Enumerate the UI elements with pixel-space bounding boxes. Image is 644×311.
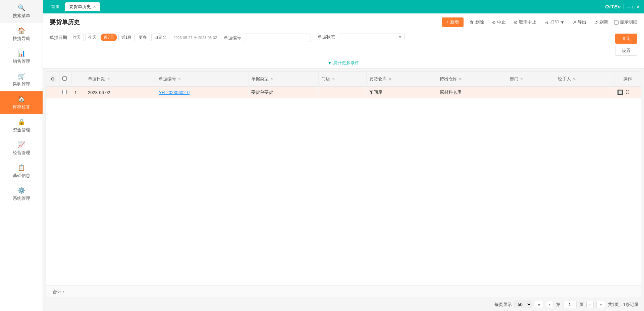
page-input[interactable]: [563, 301, 577, 308]
row-more-icon[interactable]: ⠿: [626, 89, 629, 95]
row-checkbox[interactable]: [62, 90, 67, 94]
table-body: 1 2023-06-02 YH-20230602-0 要货单要货 车间库 原材料…: [46, 87, 641, 98]
refresh-button[interactable]: ↺ 刷新: [592, 18, 610, 27]
sidebar-item-system-mgmt[interactable]: ⚙️ 系统管理: [0, 183, 43, 206]
page-title: 要货单历史: [50, 18, 80, 26]
status-filter-group: 单据状态 ▼: [318, 34, 405, 40]
query-button[interactable]: 查询: [615, 34, 637, 44]
show-detail-checkbox-label[interactable]: 显示明细: [614, 19, 637, 25]
first-page-button[interactable]: «: [535, 301, 543, 308]
expand-row: ▼ 展开更多条件: [50, 58, 637, 68]
export-button[interactable]: ↗ 导出: [571, 18, 588, 27]
per-page-label: 每页显示: [494, 302, 512, 308]
footer-total: 合计：: [46, 286, 641, 298]
th-date[interactable]: 单据日期 ⇅: [85, 72, 156, 87]
row-view-icon[interactable]: 🔲: [617, 89, 624, 95]
th-settings[interactable]: ⚙: [46, 72, 60, 87]
expand-more-icon: ▼: [328, 60, 332, 65]
sidebar-item-quick-nav[interactable]: 🏠 快捷导航: [0, 23, 43, 46]
order-no-label: 单据编号: [224, 35, 241, 41]
sidebar-item-purchase-mgmt[interactable]: 🛒 采购管理: [0, 69, 43, 91]
maximize-button[interactable]: □: [632, 4, 635, 9]
search-menu-icon: 🔍: [18, 4, 25, 11]
td-order-no[interactable]: YH-20230602-0: [156, 87, 248, 98]
th-department[interactable]: 部门 ⇅: [507, 72, 555, 87]
show-detail-checkbox[interactable]: [614, 20, 619, 25]
th-order-no[interactable]: 单据编号 ⇅: [156, 72, 248, 87]
table-wrapper: ⚙ 单据日期 ⇅ 单据编号 ⇅: [46, 71, 641, 286]
sidebar-item-label: 基础信息: [13, 173, 30, 179]
settings-gear-icon[interactable]: ⚙: [49, 75, 57, 83]
th-store[interactable]: 门店 ⇅: [319, 72, 367, 87]
date-btn-yesterday[interactable]: 昨天: [70, 34, 84, 41]
delete-button[interactable]: 🗑 删除: [468, 18, 486, 27]
prev-page-button[interactable]: ‹: [546, 301, 553, 308]
tab-yaohuodan-history[interactable]: 要货单历史 ✕: [65, 2, 100, 11]
minimize-button[interactable]: —: [627, 4, 631, 9]
new-button[interactable]: + 新增: [442, 17, 464, 27]
select-all-checkbox[interactable]: [62, 76, 67, 81]
date-btn-7days[interactable]: 近7天: [101, 34, 117, 41]
pagination-summary: 共1页，1条记录: [608, 302, 639, 308]
order-no-filter-group: 单据编号: [224, 34, 311, 42]
settings-button[interactable]: 设置: [615, 46, 637, 56]
home-icon: 🏠: [18, 27, 25, 34]
td-pending-warehouse: 原材料仓库: [437, 87, 507, 98]
chevron-down-icon: ▼: [398, 35, 402, 39]
sidebar-item-label: 销售管理: [13, 58, 30, 64]
td-checkbox[interactable]: [60, 87, 72, 98]
next-page-button[interactable]: ›: [586, 301, 594, 308]
date-btn-today[interactable]: 今天: [85, 34, 99, 41]
th-checkbox[interactable]: [60, 72, 72, 87]
th-actions: 操作: [614, 72, 641, 87]
sidebar-item-finance-mgmt[interactable]: 🔒 资金管理: [0, 114, 43, 137]
sidebar-item-label: 经营管理: [13, 150, 30, 156]
date-range-text: 2023-05-27 至 2023-06-02: [173, 35, 217, 40]
th-type[interactable]: 单据类型 ⇅: [248, 72, 318, 87]
th-pending-warehouse[interactable]: 待出仓库 ⇅: [437, 72, 507, 87]
date-btn-more[interactable]: 更多: [136, 34, 150, 41]
sidebar-item-label: 采购管理: [13, 81, 30, 87]
expand-more-button[interactable]: ▼ 展开更多条件: [328, 60, 360, 66]
date-filter-label: 单据日期: [50, 35, 67, 41]
order-no-input[interactable]: [244, 34, 311, 42]
td-handler: [555, 87, 614, 98]
print-dropdown-icon: ▼: [560, 20, 565, 25]
sidebar-item-search-menu[interactable]: 🔍 搜索菜单: [0, 0, 43, 23]
td-req-warehouse: 车间库: [367, 87, 437, 98]
th-handler[interactable]: 经手人 ⇅: [555, 72, 614, 87]
sort-handler-icon: ⇅: [573, 77, 576, 81]
sidebar-item-sales-mgmt[interactable]: 📊 销售管理: [0, 46, 43, 69]
tab-home[interactable]: 首页: [47, 2, 64, 11]
sort-type-icon: ⇅: [270, 77, 273, 81]
brand-label: OfTEn: [605, 4, 621, 9]
suspend-button[interactable]: ⊘ 中止: [490, 18, 508, 27]
sort-date-icon: ⇅: [107, 77, 110, 81]
td-settings: [46, 87, 60, 98]
export-icon: ↗: [573, 20, 576, 25]
delete-icon: 🗑: [470, 20, 474, 25]
sidebar-item-ops-mgmt[interactable]: 📈 经营管理: [0, 137, 43, 160]
data-table: ⚙ 单据日期 ⇅ 单据编号 ⇅: [46, 72, 641, 98]
page-suffix: 页: [579, 302, 584, 308]
sidebar-item-basic-info[interactable]: 📋 基础信息: [0, 160, 43, 183]
sidebar-item-label: 系统管理: [13, 195, 30, 202]
sort-pending-warehouse-icon: ⇅: [459, 77, 462, 81]
table-row[interactable]: 1 2023-06-02 YH-20230602-0 要货单要货 车间库 原材料…: [46, 87, 641, 98]
cancel-suspend-button[interactable]: ⊘ 取消中止: [512, 18, 538, 27]
date-btn-1month[interactable]: 近1月: [118, 34, 135, 41]
close-window-button[interactable]: ✕: [636, 4, 640, 9]
date-btn-custom[interactable]: 自定义: [151, 34, 169, 41]
last-page-button[interactable]: »: [596, 301, 605, 308]
tab-close-icon[interactable]: ✕: [93, 5, 96, 9]
th-req-warehouse[interactable]: 要货仓库 ⇅: [367, 72, 437, 87]
date-buttons: 昨天 今天 近7天 近1月 更多 自定义: [70, 34, 169, 41]
td-type: 要货单要货: [248, 87, 318, 98]
print-button[interactable]: 🖨 打印 ▼: [542, 18, 567, 27]
sort-req-warehouse-icon: ⇅: [389, 77, 391, 81]
inventory-icon: 🏠: [18, 95, 25, 103]
td-date: 2023-06-02: [85, 87, 156, 98]
status-select[interactable]: ▼: [338, 34, 405, 40]
sidebar-item-inventory-calc[interactable]: 🏠 库存核算: [0, 91, 43, 114]
per-page-select[interactable]: 20 50 100: [515, 301, 532, 308]
